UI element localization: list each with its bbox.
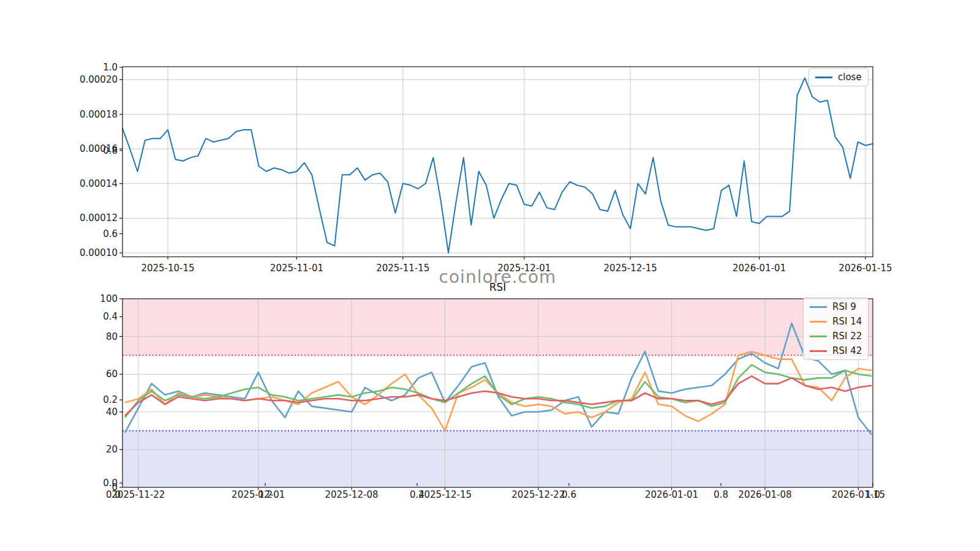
ghost-y-tick-label: 0.6 [72, 228, 118, 239]
legend-swatch [810, 321, 827, 323]
rsi-x-tick-label: 2025-12-08 [325, 489, 378, 500]
price-legend: close [809, 68, 869, 86]
ghost-x-tick-label: 0.0 [106, 489, 121, 500]
price-plot-border [123, 67, 873, 257]
price-y-tick-label: 0.00010 [72, 247, 118, 258]
legend-label: close [838, 72, 862, 83]
rsi-chart-title: RSI [123, 281, 873, 293]
legend-swatch [815, 77, 832, 78]
ghost-x-tick-label: 0.4 [410, 489, 424, 500]
rsi-overbought-zone [123, 299, 873, 355]
legend-entry: close [815, 72, 862, 83]
rsi-x-tick-label: 2026-01-08 [738, 489, 791, 500]
ghost-y-tick-label: 0.8 [72, 145, 118, 156]
close-line [123, 78, 873, 253]
rsi-22-line [125, 365, 872, 418]
ghost-y-tick-label: 1.0 [72, 62, 118, 73]
legend-entry: RSI 22 [810, 331, 862, 342]
legend-entry: RSI 9 [810, 301, 862, 312]
legend-entry: RSI 14 [810, 316, 862, 327]
legend-entry: RSI 42 [810, 345, 862, 356]
rsi-x-tick-label: 2026-01-01 [645, 489, 698, 500]
ghost-x-tick-label: 0.8 [714, 489, 728, 500]
price-y-tick-label: 0.00014 [72, 178, 118, 189]
rsi-oversold-zone [123, 431, 873, 487]
ghost-y-tick-label: 0.4 [72, 311, 118, 322]
legend-swatch [810, 335, 827, 337]
rsi-x-tick-label: 2025-12-22 [511, 489, 565, 500]
chart-figure: 0.000100.000120.000140.000160.000180.000… [0, 0, 980, 551]
legend-label: RSI 14 [832, 316, 862, 327]
price-y-tick-label: 0.00018 [72, 109, 118, 120]
legend-swatch [810, 350, 827, 352]
rsi-y-tick-label: 80 [72, 331, 118, 342]
rsi-y-tick-label: 60 [72, 369, 118, 380]
ghost-y-tick-label: 0.0 [72, 478, 118, 489]
ghost-y-tick-label: 0.2 [72, 394, 118, 405]
rsi-x-tick-label: 2025-12-15 [418, 489, 472, 500]
rsi-legend: RSI 9RSI 14RSI 22RSI 42 [803, 298, 869, 360]
ghost-x-tick-label: 1.0 [865, 489, 880, 500]
ghost-x-tick-label: 0.6 [562, 489, 576, 500]
rsi-y-tick-label: 100 [72, 293, 118, 304]
price-y-tick-label: 0.00012 [72, 212, 118, 223]
ghost-x-tick-label: 0.2 [258, 489, 273, 500]
legend-label: RSI 42 [832, 345, 862, 356]
rsi-y-tick-label: 20 [72, 444, 118, 455]
legend-swatch [810, 306, 827, 308]
legend-label: RSI 9 [832, 301, 856, 312]
legend-label: RSI 22 [832, 331, 862, 342]
price-y-tick-label: 0.00020 [72, 74, 118, 85]
rsi-y-tick-label: 40 [72, 407, 118, 418]
